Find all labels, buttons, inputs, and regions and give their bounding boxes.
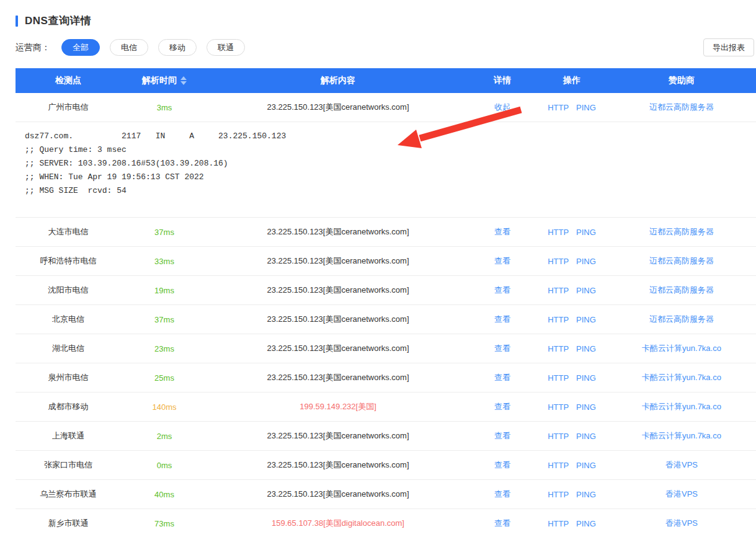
detail-toggle-link[interactable]: 查看 [494, 226, 510, 237]
resolve-content-cell: 159.65.107.38[美国digitalocean.com] [208, 518, 468, 529]
sort-icon[interactable] [180, 76, 187, 85]
resolve-time-cell: 33ms [121, 257, 208, 266]
resolve-content-cell: 23.225.150.123[美国ceranetworks.com] [208, 255, 468, 267]
resolve-time-cell: 2ms [121, 432, 208, 441]
ping-link[interactable]: PING [576, 103, 596, 112]
detail-toggle-link[interactable]: 查看 [494, 430, 510, 442]
http-link[interactable]: HTTP [548, 402, 569, 412]
sponsor-link[interactable]: 迈都云高防服务器 [649, 255, 714, 267]
filter-pill-unicom[interactable]: 联通 [207, 39, 245, 56]
http-link[interactable]: HTTP [548, 490, 569, 499]
detail-toggle-link[interactable]: 查看 [494, 372, 510, 383]
http-link[interactable]: HTTP [548, 315, 569, 324]
ping-link[interactable]: PING [576, 490, 596, 499]
checkpoint-cell: 泉州市电信 [16, 372, 121, 383]
filter-pill-all[interactable]: 全部 [61, 39, 100, 56]
detail-toggle-link[interactable]: 查看 [494, 489, 510, 500]
table-row: 新乡市联通 73ms 159.65.107.38[美国digitalocean.… [16, 509, 756, 537]
ping-link[interactable]: PING [576, 402, 596, 412]
sponsor-link[interactable]: 香港VPS [665, 459, 698, 471]
http-link[interactable]: HTTP [548, 519, 569, 528]
sponsor-link[interactable]: 迈都云高防服务器 [649, 285, 714, 296]
ping-link[interactable]: PING [576, 344, 596, 353]
column-header-checkpoint: 检测点 [16, 75, 121, 86]
resolve-content-cell: 23.225.150.123[美国ceranetworks.com] [208, 430, 468, 442]
table-row: 广州市电信 3ms 23.225.150.123[美国ceranetworks.… [16, 93, 756, 122]
sponsor-link[interactable]: 卡酷云计算yun.7ka.co [642, 372, 721, 383]
http-link[interactable]: HTTP [548, 228, 569, 237]
column-header-resolve-time-label: 解析时间 [142, 75, 177, 86]
sponsor-link[interactable]: 迈都云高防服务器 [649, 102, 714, 113]
column-header-resolve-content: 解析内容 [208, 75, 468, 86]
filter-pill-mobile[interactable]: 移动 [158, 39, 197, 56]
checkpoint-cell: 湖北电信 [16, 343, 121, 354]
ping-link[interactable]: PING [576, 461, 596, 470]
http-link[interactable]: HTTP [548, 432, 569, 441]
table-row: 湖北电信 23ms 23.225.150.123[美国ceranetworks.… [16, 334, 756, 363]
resolve-content-cell: 23.225.150.123[美国ceranetworks.com] [208, 226, 468, 237]
resolve-time-cell: 25ms [121, 373, 208, 383]
sponsor-link[interactable]: 迈都云高防服务器 [649, 226, 714, 237]
http-link[interactable]: HTTP [548, 103, 569, 112]
title-accent-bar [16, 16, 18, 27]
sponsor-link[interactable]: 卡酷云计算yun.7ka.co [642, 343, 721, 354]
sponsor-link[interactable]: 香港VPS [665, 518, 698, 529]
sponsor-link[interactable]: 卡酷云计算yun.7ka.co [642, 430, 721, 442]
table-row: 大连市电信 37ms 23.225.150.123[美国ceranetworks… [16, 218, 756, 247]
filter-pill-telecom[interactable]: 电信 [110, 39, 148, 56]
sort-desc-icon [180, 81, 187, 85]
checkpoint-cell: 张家口市电信 [16, 459, 121, 471]
resolve-time-cell: 37ms [121, 228, 208, 237]
column-header-action: 操作 [536, 75, 607, 86]
table-row: 张家口市电信 0ms 23.225.150.123[美国ceranetworks… [16, 451, 756, 480]
checkpoint-cell: 呼和浩特市电信 [16, 255, 121, 267]
detail-toggle-link[interactable]: 查看 [494, 401, 510, 412]
detail-toggle-link[interactable]: 查看 [494, 518, 510, 529]
detail-toggle-link[interactable]: 收起 [494, 102, 510, 113]
checkpoint-cell: 沈阳市电信 [16, 285, 121, 296]
resolve-content-cell: 23.225.150.123[美国ceranetworks.com] [208, 102, 468, 113]
sponsor-link[interactable]: 卡酷云计算yun.7ka.co [642, 401, 721, 412]
ping-link[interactable]: PING [576, 257, 596, 266]
resolve-time-cell: 37ms [121, 315, 208, 324]
dns-result-table: 检测点 解析时间 解析内容 详情 操作 赞助商 广州市电信 3ms 23.225… [16, 68, 756, 537]
http-link[interactable]: HTTP [548, 257, 569, 266]
table-row: 泉州市电信 25ms 23.225.150.123[美国ceranetworks… [16, 363, 756, 393]
resolve-time-cell: 73ms [121, 519, 208, 528]
http-link[interactable]: HTTP [548, 344, 569, 353]
sort-asc-icon [180, 76, 187, 80]
resolve-time-cell: 23ms [121, 344, 208, 353]
sponsor-link[interactable]: 迈都云高防服务器 [649, 314, 714, 325]
sponsor-link[interactable]: 香港VPS [665, 489, 698, 500]
checkpoint-cell: 上海联通 [16, 430, 121, 442]
detail-toggle-link[interactable]: 查看 [494, 459, 510, 471]
dig-output-panel: dsz77.com. 2117 IN A 23.225.150.123 ;; Q… [16, 122, 756, 218]
operator-pills: 全部 电信 移动 联通 [61, 39, 245, 56]
checkpoint-cell: 北京电信 [16, 314, 121, 325]
resolve-content-cell: 23.225.150.123[美国ceranetworks.com] [208, 343, 468, 354]
ping-link[interactable]: PING [576, 519, 596, 528]
http-link[interactable]: HTTP [548, 286, 569, 295]
resolve-content-cell: 23.225.150.123[美国ceranetworks.com] [208, 372, 468, 383]
detail-toggle-link[interactable]: 查看 [494, 255, 510, 267]
dns-query-page: DNS查询详情 运营商： 全部 电信 移动 联通 导出报表 检测点 解析时间 解… [16, 0, 756, 537]
detail-toggle-link[interactable]: 查看 [494, 314, 510, 325]
http-link[interactable]: HTTP [548, 461, 569, 470]
resolve-content-cell: 23.225.150.123[美国ceranetworks.com] [208, 459, 468, 471]
detail-toggle-link[interactable]: 查看 [494, 343, 510, 354]
export-report-button[interactable]: 导出报表 [703, 38, 754, 56]
table-row: 上海联通 2ms 23.225.150.123[美国ceranetworks.c… [16, 422, 756, 451]
detail-toggle-link[interactable]: 查看 [494, 285, 510, 296]
ping-link[interactable]: PING [576, 432, 596, 441]
resolve-content-cell: 23.225.150.123[美国ceranetworks.com] [208, 285, 468, 296]
resolve-time-cell: 140ms [121, 402, 208, 412]
ping-link[interactable]: PING [576, 228, 596, 237]
table-row: 乌兰察布市联通 40ms 23.225.150.123[美国ceranetwor… [16, 480, 756, 509]
ping-link[interactable]: PING [576, 315, 596, 324]
checkpoint-cell: 新乡市联通 [16, 518, 121, 529]
ping-link[interactable]: PING [576, 286, 596, 295]
checkpoint-cell: 广州市电信 [16, 102, 121, 113]
http-link[interactable]: HTTP [548, 373, 569, 383]
resolve-time-cell: 3ms [121, 103, 208, 112]
ping-link[interactable]: PING [576, 373, 596, 383]
